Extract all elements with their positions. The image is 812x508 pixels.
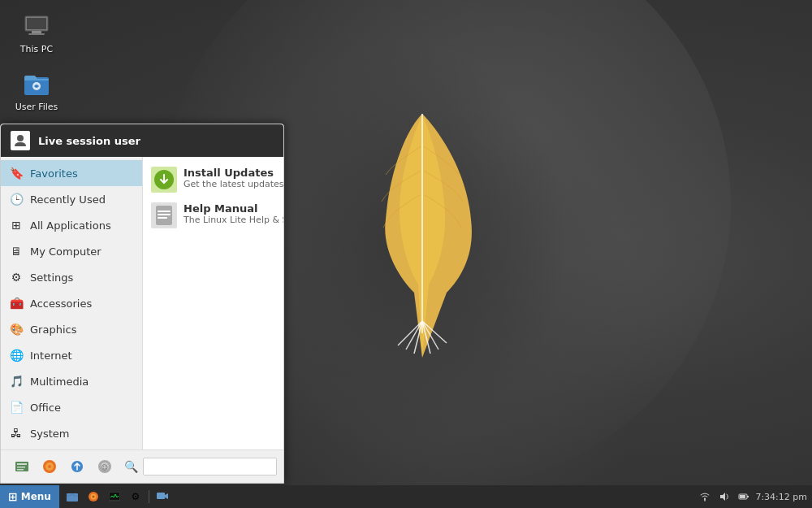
graphics-label: Graphics: [30, 323, 76, 336]
desktop: This PC User Files: [0, 0, 812, 508]
taskbar-icon-4: ⚙: [129, 490, 142, 503]
network-tray-icon[interactable]: [697, 488, 713, 505]
all-apps-icon: ⊞: [9, 218, 24, 232]
desktop-icon-user-files[interactable]: User Files: [8, 66, 65, 115]
menu-left-panel: 🔖 Favorites 🕒 Recently Used ⊞ All Applic…: [1, 157, 143, 449]
svg-rect-23: [158, 211, 171, 212]
svg-rect-25: [158, 217, 167, 219]
recently-used-icon: 🕒: [9, 192, 24, 206]
graphics-icon: 🎨: [9, 322, 24, 336]
quick-launch-area: ☺: [7, 455, 119, 478]
my-computer-label: My Computer: [30, 245, 102, 258]
menu-item-my-computer[interactable]: 🖥 My Computer: [1, 238, 142, 264]
user-files-icon: [22, 69, 51, 98]
start-button[interactable]: ⊞ Menu: [0, 485, 59, 508]
taskbar-item-4[interactable]: ⚙: [126, 488, 145, 506]
desktop-icon-this-pc[interactable]: This PC: [8, 8, 65, 58]
install-updates-name: Install Updates: [184, 167, 283, 179]
menu-username: Live session user: [38, 135, 140, 147]
multimedia-icon: 🎵: [9, 374, 24, 389]
all-apps-label: All Applications: [30, 219, 111, 232]
this-pc-icon: [22, 11, 51, 41]
menu-item-all-applications[interactable]: ⊞ All Applications: [1, 212, 142, 238]
svg-rect-24: [158, 214, 171, 215]
menu-item-internet[interactable]: 🌐 Internet: [1, 342, 142, 368]
svg-rect-2: [32, 31, 41, 33]
svg-rect-1: [27, 18, 46, 29]
my-computer-icon: 🖥: [9, 244, 24, 258]
taskbar-item-5[interactable]: [153, 488, 172, 506]
app-item-install-updates[interactable]: Install Updates Get the latest updates f…: [143, 162, 283, 198]
taskbar-right: 7:34:12 pm: [692, 488, 812, 505]
office-icon: 📄: [9, 400, 24, 415]
svg-rect-43: [157, 493, 165, 499]
battery-tray-icon[interactable]: [736, 488, 752, 505]
taskbar-clock: 7:34:12 pm: [755, 492, 807, 502]
taskbar-icon-1: [66, 490, 79, 503]
menu-item-favorites[interactable]: 🔖 Favorites: [1, 160, 142, 186]
svg-text:☺: ☺: [102, 464, 108, 471]
menu-item-multimedia[interactable]: 🎵 Multimedia: [1, 368, 142, 394]
multimedia-label: Multimedia: [30, 376, 89, 388]
start-button-label: Menu: [21, 491, 51, 502]
menu-header: Live session user: [1, 124, 283, 157]
settings-icon: ⚙: [9, 270, 24, 284]
user-avatar-icon: [11, 131, 30, 150]
taskbar-item-1[interactable]: [63, 488, 82, 506]
volume-tray-icon[interactable]: [716, 488, 732, 505]
menu-body: 🔖 Favorites 🕒 Recently Used ⊞ All Applic…: [1, 157, 283, 449]
accessories-label: Accessories: [30, 297, 92, 310]
internet-icon: 🌐: [9, 348, 24, 363]
svg-point-39: [92, 496, 94, 498]
svg-rect-46: [747, 496, 749, 497]
svg-point-32: [48, 465, 51, 468]
menu-item-graphics[interactable]: 🎨 Graphics: [1, 316, 142, 342]
menu-item-system[interactable]: 🖧 System: [1, 420, 142, 446]
svg-rect-47: [740, 495, 745, 498]
quick-launch-icon-2[interactable]: [38, 455, 61, 478]
menu-item-accessories[interactable]: 🧰 Accessories: [1, 290, 142, 316]
help-manual-info: Help Manual The Linux Lite Help & Suppor…: [184, 202, 283, 225]
recently-used-label: Recently Used: [30, 193, 106, 206]
user-files-label: User Files: [15, 102, 58, 112]
install-updates-icon: [151, 167, 177, 193]
svg-point-44: [704, 498, 706, 500]
quick-launch-icon-1[interactable]: [11, 455, 33, 478]
taskbar-icon-5: [156, 490, 169, 503]
install-updates-info: Install Updates Get the latest updates f…: [184, 167, 283, 189]
svg-rect-28: [17, 467, 25, 468]
settings-label: Settings: [30, 271, 73, 284]
menu-search-bar: ☺ 🔍: [1, 449, 283, 483]
quick-launch-icon-3[interactable]: [66, 455, 89, 478]
quick-launch-icon-4[interactable]: ☺: [93, 455, 116, 478]
taskbar-icon-3: [108, 490, 121, 503]
svg-rect-27: [17, 463, 27, 465]
help-manual-name: Help Manual: [184, 202, 283, 215]
svg-rect-3: [28, 33, 45, 35]
menu-item-office[interactable]: 📄 Office: [1, 394, 142, 420]
menu-item-recently-used[interactable]: 🕒 Recently Used: [1, 186, 142, 212]
help-manual-icon: [151, 202, 177, 228]
system-label: System: [30, 428, 69, 440]
system-icon: 🖧: [9, 426, 24, 441]
app-item-help-manual[interactable]: Help Manual The Linux Lite Help & Suppor…: [143, 198, 283, 233]
taskbar-item-2[interactable]: [84, 488, 103, 506]
start-menu: Live session user 🔖 Favorites 🕒 Recently…: [0, 124, 284, 484]
svg-rect-29: [17, 469, 24, 471]
this-pc-label: This PC: [20, 44, 53, 54]
search-input[interactable]: [143, 458, 277, 475]
office-label: Office: [30, 402, 61, 414]
start-menu-icon: ⊞: [8, 490, 18, 503]
help-manual-desc: The Linux Lite Help & Support M...: [184, 215, 283, 225]
svg-text:⚙: ⚙: [132, 491, 140, 502]
svg-point-20: [17, 135, 24, 141]
taskbar-separator: [149, 490, 149, 503]
menu-item-settings[interactable]: ⚙ Settings: [1, 264, 142, 290]
menu-right-panel: Install Updates Get the latest updates f…: [143, 157, 283, 449]
feather-logo: [341, 106, 503, 369]
taskbar-item-3[interactable]: [105, 488, 124, 506]
svg-rect-36: [67, 493, 78, 501]
taskbar-icon-2: [87, 490, 100, 503]
taskbar: ⊞ Menu: [0, 485, 812, 508]
taskbar-items: ⚙: [59, 488, 692, 506]
